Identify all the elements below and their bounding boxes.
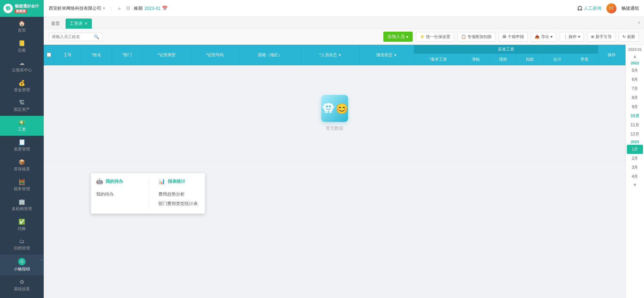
month-7[interactable]: 7月 [626,84,644,93]
close-all-button[interactable]: ✕ [637,21,641,25]
export-button[interactable]: 📤 导出 ▾ [531,32,556,42]
sidebar-item-cloud-report[interactable]: ☁ 云报表中心 [0,57,44,76]
header-allowance: 津贴 [462,54,489,65]
tab-home[interactable]: 首页 [47,19,64,29]
month-12[interactable]: 12月 [626,130,644,139]
checkbox-header[interactable] [44,45,54,65]
year-table-label: 2023.01 [628,46,642,53]
month-10[interactable]: 10月 [626,111,644,121]
popup-item-dept-expense[interactable]: 部门费用类型统计表 [158,199,200,208]
month-4-2023[interactable]: 4月 [626,172,644,181]
service-button[interactable]: 🎧 人工咨询 [577,5,601,11]
service-label: 人工咨询 [584,5,601,11]
section2-title: 📊 报表统计 [158,178,200,186]
search-icon[interactable]: 🔍 [94,34,99,39]
settings-icon[interactable]: ⚙ [126,5,130,11]
app-logo: 畅 畅捷通好会计 旗舰版 [0,0,44,17]
header-dept: *部门 [112,45,142,65]
header-report-status: 报送状态 ▼ [359,45,414,65]
robot-icon: 🤖 [96,178,103,185]
scroll-down-icon[interactable]: ▼ [632,181,638,189]
popup-item-expense-trend[interactable]: 费用趋势分析 [158,190,200,199]
content-area: 工号 *姓名 *部门 *证照类型 *证照号码 国籍（地区） *人员状态 ▼ 报送… [44,45,644,298]
add-company-icon[interactable]: ＋ [116,4,122,12]
operation-button[interactable]: ⋮ 操作 ▾ [560,32,584,42]
sidebar-item-invoice[interactable]: 🧾 发票管理 [0,136,44,156]
header-pension: 养老 [571,54,598,65]
select-all-checkbox[interactable] [47,53,51,57]
new-guide-button[interactable]: ⊕ 新手引导 [587,32,615,42]
month-11[interactable]: 11月 [626,121,644,130]
cloud-icon: ☁ [19,60,25,66]
tabbar: 首页 工资表 ✕ ✕ [44,17,644,29]
sidebar-item-settlement[interactable]: ✅ 结账 [0,215,44,235]
sidebar-item-fixed-asset[interactable]: 🏗 固定资产 [0,96,44,116]
month-1-2023[interactable]: 1月 [627,145,643,154]
search-box[interactable]: 🔍 [49,33,103,41]
sidebar-item-label: 总账 [18,47,26,53]
svg-point-2 [329,105,331,107]
filter-icon[interactable]: ▼ [338,53,341,57]
sidebar-item-label: 发票管理 [14,146,30,152]
header-salary-group: 应发工资 [414,45,598,54]
special-deduct-button[interactable]: 📋 专项附加扣除 [457,32,495,42]
sidebar-item-multi-org[interactable]: 🏢 多机构管理 [0,195,44,215]
header-nationality: 国籍（地区） [239,45,301,65]
settlement-icon: ✅ [18,219,25,225]
sidebar-item-ledger[interactable]: 📒 总账 [0,37,44,57]
tab-salary-table[interactable]: 工资表 ✕ [66,19,92,29]
tab-close-all: ✕ [93,21,641,27]
headset-icon: 🎧 [577,6,582,11]
close-icon[interactable]: ✕ [84,21,88,26]
sidebar-item-label: 首页 [18,28,26,33]
popup-item-my-todo[interactable]: 我的待办 [96,190,138,199]
company-name: 西安虾米网络科技有限公司 [49,5,101,11]
sidebar-item-salary[interactable]: 💵 工资 [0,116,44,136]
filter-icon[interactable]: ▼ [393,53,397,57]
calendar-icon[interactable]: 📅 [162,6,167,11]
sidebar-item-tax[interactable]: 🧮 税务管理 [0,175,44,195]
empty-state-row: 暂无数据 [44,65,626,161]
company-selector[interactable]: 西安虾米网络科技有限公司 ▾ [49,5,105,11]
scroll-up-icon[interactable]: ▲ [632,53,638,60]
fund-icon: 💰 [18,80,25,86]
month-5[interactable]: 5月 [626,66,644,75]
popup-section2: 📊 报表统计 费用趋势分析 部门费用类型统计表 [158,178,200,208]
sidebar-item-xiaochang[interactable]: G 小畅报销 ‹ [0,255,44,275]
personal-tax-button[interactable]: 🏛 个税申报 [499,32,528,42]
header-performance: 绩效 [489,54,517,65]
tax-icon: 🧮 [18,179,25,185]
sidebar-item-inventory[interactable]: 📦 库存核算 [0,156,44,175]
main-content: 西安虾米网络科技有限公司 ▾ | ＋ ⚙ 账期 2023-01 📅 🎧 人工咨询… [44,0,644,298]
ledger-icon: 📒 [18,40,25,46]
period-value: 2023-01 [144,6,160,11]
archive-icon: 🗂 [19,238,25,244]
sidebar-nav: 🏠 首页 📒 总账 ☁ 云报表中心 💰 资金管理 🏗 固定资产 💵 工资 🧾 发… [0,17,44,298]
home-icon: 🏠 [18,20,25,27]
sidebar-item-fund[interactable]: 💰 资金管理 [0,76,44,96]
social-insurance-button[interactable]: ⚡ 统一社保设置 [416,32,454,42]
chevron-down-icon: ▾ [406,34,409,39]
sidebar-item-archive[interactable]: 🗂 归档管理 [0,235,44,255]
month-6[interactable]: 6月 [626,75,644,84]
social-icon: ⚡ [420,34,425,39]
sidebar-item-label: 归档管理 [14,245,30,251]
settings-icon: ⚙ [20,279,24,285]
search-input[interactable] [52,34,92,39]
sidebar-item-guide[interactable]: ▷ 新手引导 [0,295,44,298]
chart-icon: 📊 [158,178,165,185]
right-sidebar: 2023.01 ▲ 2022 5月 6月 7月 8月 9月 10月 11月 12… [626,45,644,298]
refresh-button[interactable]: ↻ 刷新 [619,32,639,42]
sidebar-item-basic[interactable]: ⚙ 基础设置 [0,275,44,295]
month-8[interactable]: 8月 [626,93,644,102]
tab-home-label: 首页 [51,21,60,27]
month-9[interactable]: 9月 [626,102,644,111]
sidebar-item-home[interactable]: 🏠 首页 [0,17,44,37]
month-3-2023[interactable]: 3月 [626,163,644,172]
add-person-label: 添加人员 [387,34,405,40]
empty-state: 暂无数据 [46,68,623,158]
user-name[interactable]: 畅捷通组 [621,5,639,11]
topbar-right: 🎧 人工咨询 CE 畅捷通组 [577,3,639,13]
month-2-2023[interactable]: 2月 [626,154,644,163]
add-person-button[interactable]: 添加人员 ▾ [383,32,413,42]
